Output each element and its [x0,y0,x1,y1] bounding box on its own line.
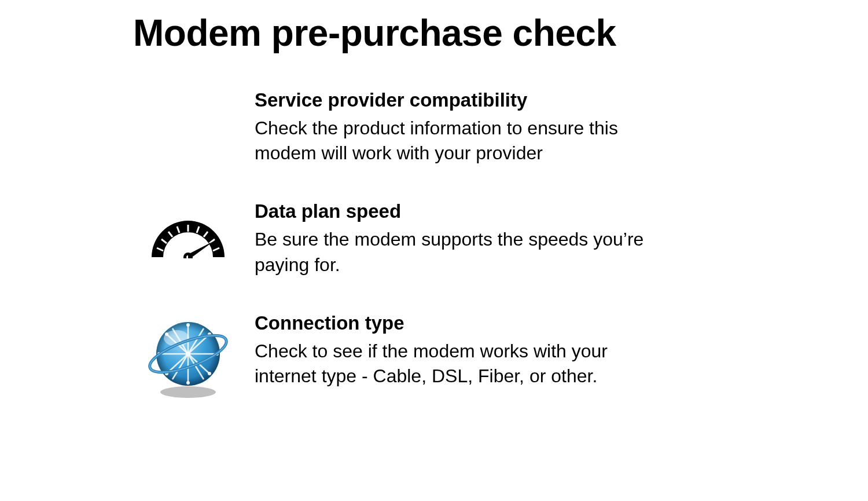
svg-point-26 [208,372,211,375]
text-column: Connection type Check to see if the mode… [255,312,868,389]
section-body: Be sure the modem supports the speeds yo… [255,227,671,277]
icon-column [0,200,255,261]
svg-point-23 [165,332,168,336]
section-data-plan-speed: Data plan speed Be sure the modem suppor… [0,200,868,277]
text-column: Service provider compatibility Check the… [255,89,868,166]
svg-point-22 [186,352,190,356]
svg-marker-11 [188,241,214,258]
section-heading: Data plan speed [255,200,868,222]
svg-point-28 [186,381,190,385]
section-heading: Service provider compatibility [255,89,868,111]
section-body: Check the product information to ensure … [255,116,671,166]
svg-point-27 [186,323,190,327]
svg-point-12 [160,386,216,398]
speedometer-icon [145,212,231,261]
section-body: Check to see if the modem works with you… [255,339,671,389]
section-connection-type: Connection type Check to see if the mode… [0,312,868,401]
globe-network-icon [145,312,231,401]
text-column: Data plan speed Be sure the modem suppor… [255,200,868,277]
page-title: Modem pre-purchase check [133,12,868,54]
section-service-provider: Service provider compatibility Check the… [0,89,868,166]
icon-column [0,312,255,401]
icon-column-empty [0,89,255,95]
section-heading: Connection type [255,312,868,334]
